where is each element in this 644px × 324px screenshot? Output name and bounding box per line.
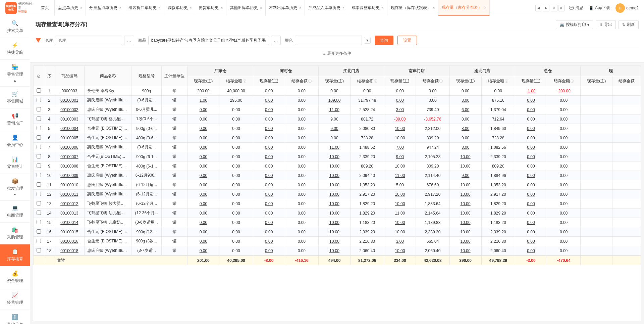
cell-nanang-stock[interactable]: 0.00 — [384, 86, 416, 96]
sidebar-item-marketing[interactable]: 📢 营销推广 — [0, 108, 30, 130]
cell-code[interactable]: 00100005 — [54, 133, 85, 143]
cell-village-stock[interactable]: 0.00 — [253, 124, 285, 133]
goods-input[interactable] — [148, 36, 269, 45]
cell-yuebei-stock[interactable]: 10.00 — [449, 227, 481, 237]
sidebar-item-finance[interactable]: 💰 资金管理 — [0, 266, 30, 288]
cell-nanang-stock[interactable]: 9.00 — [384, 152, 416, 161]
cell-yuebei-stock[interactable]: 0.00 — [449, 86, 481, 96]
cell-code[interactable]: 00100011 — [54, 190, 85, 199]
sidebar-item-basic-info[interactable]: ℹ️ 基础信息 — [0, 310, 30, 324]
cell-village-stock[interactable]: 0.00 — [253, 209, 285, 218]
cell-jiangbei-stock[interactable]: 10.00 — [318, 152, 350, 161]
nav-tab-9[interactable]: 成本调整单历史 × — [348, 0, 387, 16]
cell-check[interactable] — [34, 237, 44, 246]
sidebar-item-wholesale[interactable]: 📦 批发管理 ▼ — [0, 174, 30, 201]
close-icon[interactable]: × — [382, 6, 384, 10]
close-icon[interactable]: × — [260, 6, 262, 10]
cell-yuebei-stock[interactable]: 8.00 — [449, 143, 481, 152]
cell-code[interactable]: 00100015 — [54, 227, 85, 237]
close-icon[interactable]: × — [80, 6, 82, 10]
export-button[interactable]: ⬆ 导出 — [596, 20, 616, 29]
nav-close-all[interactable]: ⊠ — [558, 5, 565, 11]
warehouse-input[interactable] — [55, 36, 122, 45]
cell-village-stock[interactable]: 0.00 — [253, 199, 285, 209]
color-dropdown-arrow[interactable]: ▾ — [364, 37, 371, 44]
cell-factory-stock[interactable]: 0.00 — [187, 180, 219, 190]
cell-jiangbei-stock[interactable]: 11.00 — [318, 143, 350, 152]
cell-check[interactable] — [34, 209, 44, 218]
cell-code[interactable]: 00100001 — [54, 96, 85, 105]
cell-nanang-stock[interactable]: 10.00 — [384, 190, 416, 199]
cell-check[interactable] — [34, 124, 44, 133]
cell-nanang-stock[interactable]: 3.00 — [384, 237, 416, 246]
cell-factory-stock[interactable]: 0.00 — [187, 143, 219, 152]
close-icon[interactable]: × — [159, 6, 161, 10]
cell-factory-stock[interactable]: 0.00 — [187, 114, 219, 124]
sidebar-item-retail-stats[interactable]: 📊 零售统计 — [0, 152, 30, 174]
cell-check[interactable] — [34, 227, 44, 237]
sidebar-item-member[interactable]: 👤 会员中心 — [0, 130, 30, 152]
expand-conditions-btn[interactable]: ≡ 展开更多条件 — [320, 49, 354, 58]
close-icon[interactable]: × — [484, 6, 486, 9]
cell-total-stock[interactable]: 0.00 — [515, 114, 547, 124]
cell-yuebei-stock[interactable]: 10.00 — [449, 190, 481, 199]
cell-jiangbei-stock[interactable]: 109.00 — [318, 96, 350, 105]
cell-code[interactable]: 00100008 — [54, 161, 85, 171]
cell-yuebei-stock[interactable]: 9.00 — [449, 133, 481, 143]
cell-factory-stock[interactable]: 0.00 — [187, 190, 219, 199]
cell-jiangbei-stock[interactable]: 10.00 — [318, 218, 350, 227]
nav-tab-home[interactable]: 首页 — [36, 0, 55, 16]
cell-check[interactable] — [34, 218, 44, 227]
cell-jiangbei-stock[interactable]: 10.00 — [318, 171, 350, 180]
gear-icon[interactable]: ⚙ — [37, 74, 41, 79]
cell-check[interactable] — [34, 152, 44, 161]
info-icon[interactable]: ⓘ — [439, 79, 443, 83]
cell-jiangbei-stock[interactable]: 10.00 — [318, 246, 350, 256]
cell-check[interactable] — [34, 143, 44, 152]
cell-nanang-stock[interactable]: -39.00 — [384, 114, 416, 124]
cell-check[interactable] — [34, 86, 44, 96]
cell-code[interactable]: 00100002 — [54, 105, 85, 114]
cell-total-stock[interactable]: 0.00 — [515, 124, 547, 133]
nav-tab-10[interactable]: 现存量（库存状况表） × — [387, 0, 439, 16]
cell-factory-stock[interactable]: 0.00 — [187, 199, 219, 209]
cell-total-stock[interactable]: 0.00 — [515, 180, 547, 190]
nav-tab-7[interactable]: 材料出库单历史 × — [266, 0, 305, 16]
cell-factory-stock[interactable]: 0.00 — [187, 171, 219, 180]
cell-code[interactable]: 00100010 — [54, 180, 85, 190]
cell-village-stock[interactable]: 0.00 — [253, 105, 285, 114]
nav-tab-8[interactable]: 产成品入库单历史 × — [305, 0, 348, 16]
cell-nanang-stock[interactable]: 10.00 — [384, 218, 416, 227]
info-icon[interactable]: ⓘ — [243, 79, 246, 83]
cell-factory-stock[interactable]: 0.00 — [187, 227, 219, 237]
cell-village-stock[interactable]: 0.00 — [253, 96, 285, 105]
collapse-triangle[interactable] — [36, 38, 41, 43]
cell-code[interactable]: 00100004 — [54, 124, 85, 133]
info-icon[interactable]: ⓘ — [505, 79, 508, 83]
nav-tab-2[interactable]: 分量盘点单历史 × — [86, 0, 125, 16]
cell-factory-stock[interactable]: 1.00 — [187, 96, 219, 105]
info-icon[interactable]: ⓘ — [571, 79, 574, 83]
cell-village-stock[interactable]: 0.00 — [253, 143, 285, 152]
nav-tab-6[interactable]: 其他出库单历史 × — [226, 0, 266, 16]
cell-total-stock[interactable]: 0.00 — [515, 105, 547, 114]
nav-tab-5[interactable]: 要货单历史 × — [195, 0, 226, 16]
close-icon[interactable]: × — [119, 6, 121, 10]
cell-village-stock[interactable]: 0.00 — [253, 161, 285, 171]
sidebar-item-retail-shop[interactable]: 🛒 零售商城 — [0, 87, 30, 108]
cell-village-stock[interactable]: 0.00 — [253, 114, 285, 124]
cell-jiangbei-stock[interactable]: 10.00 — [318, 237, 350, 246]
cell-check[interactable] — [34, 190, 44, 199]
cell-nanang-stock[interactable]: 11.00 — [384, 209, 416, 218]
cell-code[interactable]: 0000003 — [54, 86, 85, 96]
close-icon[interactable]: × — [221, 6, 223, 10]
cell-total-stock[interactable]: 0.00 — [515, 237, 547, 246]
cell-nanang-stock[interactable]: 10.00 — [384, 161, 416, 171]
cell-factory-stock[interactable]: 0.00 — [187, 161, 219, 171]
cell-jiangbei-stock[interactable]: 9.00 — [318, 124, 350, 133]
cell-code[interactable]: 00100013 — [54, 209, 85, 218]
cell-village-stock[interactable]: 0.00 — [253, 133, 285, 143]
cell-factory-stock[interactable]: 0.00 — [187, 133, 219, 143]
cell-check[interactable] — [34, 105, 44, 114]
cell-factory-stock[interactable]: 0.00 — [187, 124, 219, 133]
